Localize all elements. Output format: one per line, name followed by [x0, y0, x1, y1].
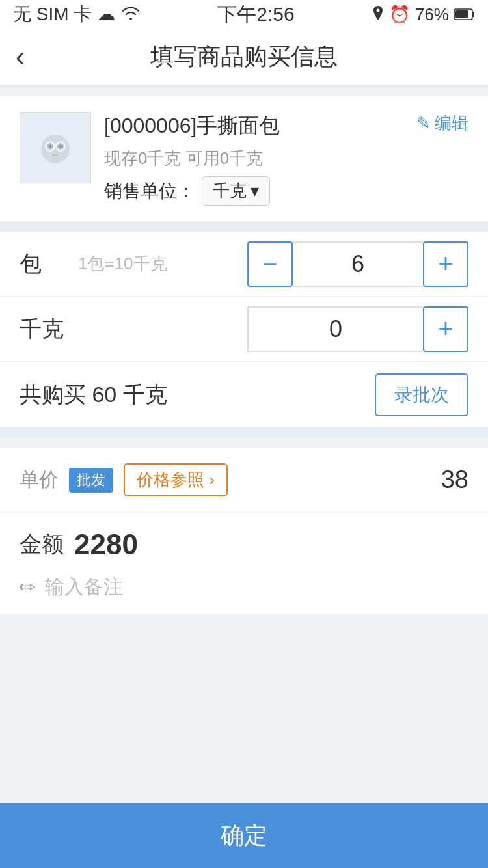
section-separator-2	[0, 427, 488, 437]
product-unit: 销售单位： 千克 ▾	[104, 176, 468, 206]
product-name: [0000006]手撕面包	[104, 112, 468, 141]
price-section: 单价 批发 价格参照 › 38	[0, 448, 488, 512]
amount-label: 金额	[20, 530, 64, 560]
edit-icon: ✎	[416, 113, 431, 133]
pencil-icon: ✏	[20, 576, 36, 599]
kg-controls: +	[247, 306, 468, 352]
remark-placeholder[interactable]: 输入备注	[45, 574, 123, 601]
location-icon	[372, 5, 384, 25]
unit-label: 销售单位：	[104, 179, 195, 204]
kg-quantity-input[interactable]	[247, 306, 423, 352]
price-type-tag: 批发	[69, 468, 113, 493]
bag-quantity-input[interactable]	[293, 241, 423, 287]
total-label: 共购买 60 千克	[20, 380, 167, 410]
bag-plus-button[interactable]: +	[423, 241, 468, 287]
svg-point-9	[59, 145, 62, 148]
nav-bar: ‹ 填写商品购买信息	[0, 29, 488, 86]
product-stock: 现存0千克 可用0千克	[104, 147, 468, 170]
kg-input-row: 千克 +	[0, 297, 488, 362]
edit-button[interactable]: ✎ 编辑	[416, 112, 468, 135]
bag-input-row: 包 1包=10千克 − +	[0, 232, 488, 297]
bottom-spacer	[0, 614, 488, 744]
wifi-icon	[122, 4, 140, 25]
kg-label: 千克	[20, 314, 72, 344]
amount-section: 金额 2280 ✏ 输入备注	[0, 512, 488, 614]
status-bar: 无 SIM 卡 ☁ 下午2:56 ⏰ 76%	[0, 0, 488, 29]
price-value: 38	[441, 466, 468, 494]
svg-rect-2	[455, 10, 468, 18]
bag-input-section: 包 1包=10千克 − +	[0, 232, 488, 297]
price-label: 单价	[20, 467, 59, 493]
kg-plus-button[interactable]: +	[423, 306, 468, 352]
alarm-icon: ⏰	[389, 5, 410, 25]
sim-text: 无 SIM 卡 ☁	[13, 2, 115, 27]
amount-value: 2280	[74, 528, 138, 561]
amount-row: 金额 2280	[20, 528, 468, 561]
status-time: 下午2:56	[217, 1, 294, 28]
kg-input-section: 千克 +	[0, 297, 488, 362]
battery-icon	[454, 5, 475, 25]
battery-text: 76%	[415, 5, 449, 25]
price-row: 单价 批发 价格参照 › 38	[20, 463, 468, 496]
svg-point-8	[49, 145, 51, 148]
total-row: 共购买 60 千克 录批次	[0, 362, 488, 427]
product-image	[20, 112, 91, 183]
svg-rect-1	[472, 12, 474, 17]
svg-point-3	[41, 135, 70, 163]
confirm-bar[interactable]: 确定	[0, 803, 488, 868]
bag-label: 包	[20, 249, 72, 279]
bag-controls: − +	[247, 241, 468, 287]
unit-select[interactable]: 千克 ▾	[202, 176, 270, 206]
product-info: [0000006]手撕面包 现存0千克 可用0千克 销售单位： 千克 ▾	[104, 112, 468, 206]
bag-minus-button[interactable]: −	[247, 241, 293, 287]
dropdown-icon: ▾	[251, 181, 259, 201]
bag-hint: 1包=10千克	[78, 252, 247, 275]
product-card: [0000006]手撕面包 现存0千克 可用0千克 销售单位： 千克 ▾ ✎ 编…	[0, 96, 488, 221]
confirm-button[interactable]: 确定	[221, 820, 267, 852]
status-left: 无 SIM 卡 ☁	[13, 2, 140, 27]
status-right: ⏰ 76%	[372, 5, 475, 25]
back-button[interactable]: ‹	[16, 42, 24, 72]
remark-row: ✏ 输入备注	[20, 574, 468, 614]
section-separator	[0, 221, 488, 232]
batch-button[interactable]: 录批次	[375, 373, 468, 416]
page-title: 填写商品购买信息	[150, 41, 338, 73]
price-ref-button[interactable]: 价格参照 ›	[124, 463, 228, 496]
